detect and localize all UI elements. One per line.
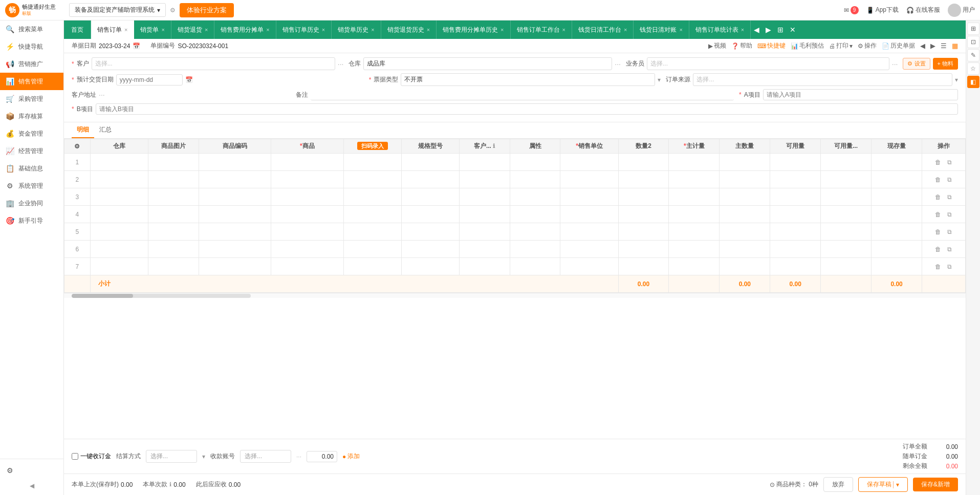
row6-sales-unit[interactable] <box>560 241 618 258</box>
grid-view-btn[interactable]: ▦ <box>952 42 958 50</box>
row1-sales-unit[interactable] <box>560 154 618 171</box>
row2-warehouse[interactable] <box>90 171 148 188</box>
row2-main-qty[interactable] <box>720 171 770 188</box>
system-title[interactable]: 装备及固定资产辅助管理系统 ▾ <box>69 3 166 17</box>
row5-scan[interactable] <box>343 223 401 241</box>
row3-product-img[interactable] <box>148 188 199 206</box>
row4-product[interactable] <box>271 206 343 223</box>
row4-delete-icon[interactable]: 🗑 <box>933 210 943 219</box>
tab-close-goods-history[interactable]: × <box>371 27 374 33</box>
tab-sales-report[interactable]: 销售订单统计表 × <box>689 20 751 39</box>
row6-spec[interactable] <box>401 241 459 258</box>
row2-product-code[interactable] <box>199 171 271 188</box>
row1-stock[interactable] <box>872 154 922 171</box>
row3-main-unit[interactable] <box>669 188 720 206</box>
row7-attributes[interactable] <box>510 258 560 275</box>
nav-next[interactable]: ▶ <box>930 42 935 50</box>
row3-copy-icon[interactable]: ⧉ <box>945 192 954 202</box>
row1-product[interactable] <box>271 154 343 171</box>
row3-spec[interactable] <box>401 188 459 206</box>
row5-sales-unit[interactable] <box>560 223 618 241</box>
sidebar-item-finance[interactable]: 💰 资金管理 <box>0 125 63 142</box>
order-source-input[interactable]: 选择... <box>693 73 952 86</box>
one-click-payment-checkbox[interactable] <box>72 453 78 460</box>
tab-daily-workbench[interactable]: 钱货日清工作台 × <box>572 20 634 39</box>
row1-warehouse[interactable] <box>90 154 148 171</box>
row5-available2[interactable] <box>821 223 872 241</box>
nav-prev[interactable]: ◀ <box>920 42 925 50</box>
sidebar-item-inventory[interactable]: 📦 库存核算 <box>0 107 63 125</box>
message-btn[interactable]: ✉ 9 ✉ <box>844 6 859 14</box>
row1-attributes[interactable] <box>510 154 560 171</box>
row1-main-unit[interactable] <box>669 154 720 171</box>
user-menu[interactable]: 用户 <box>948 4 975 17</box>
row7-stock[interactable] <box>872 258 922 275</box>
row3-product[interactable] <box>271 188 343 206</box>
row1-available2[interactable] <box>821 154 872 171</box>
row2-available2[interactable] <box>821 171 872 188</box>
row6-qty2[interactable] <box>618 241 669 258</box>
row1-actions[interactable]: 🗑 ⧉ <box>922 154 966 171</box>
row5-main-qty[interactable] <box>720 223 770 241</box>
row5-customer-code[interactable] <box>459 223 510 241</box>
tab-sales-goods[interactable]: 销货单 × <box>134 20 171 39</box>
agent-input[interactable]: 选择... <box>647 57 889 70</box>
tab-close-daily-workbench[interactable]: × <box>624 27 627 33</box>
date-pick-icon[interactable]: 📅 <box>185 76 193 83</box>
right-panel-icon-5[interactable]: ◧ <box>967 76 979 88</box>
row1-main-qty[interactable] <box>720 154 770 171</box>
tab-expense-history[interactable]: 销售费用分摊单历史 × <box>437 20 510 39</box>
tab-close-sales-return[interactable]: × <box>205 27 208 33</box>
row1-spec[interactable] <box>401 154 459 171</box>
help-btn[interactable]: ❓ 帮助 <box>731 41 752 50</box>
right-panel-icon-1[interactable]: ⊞ <box>967 23 979 35</box>
row5-product-img[interactable] <box>148 223 199 241</box>
sidebar-item-sales[interactable]: 📊 销售管理 <box>0 73 63 90</box>
row2-product-img[interactable] <box>148 171 199 188</box>
customer-more[interactable]: ··· <box>338 60 344 68</box>
app-download-btn[interactable]: 📱 App下载 <box>866 6 899 14</box>
sidebar-item-quick-nav[interactable]: ⚡ 快捷导航 <box>0 38 63 55</box>
row4-warehouse[interactable] <box>90 206 148 223</box>
row2-attributes[interactable] <box>510 171 560 188</box>
industry-btn[interactable]: 体验行业方案 <box>180 3 234 17</box>
row6-delete-icon[interactable]: 🗑 <box>933 245 943 254</box>
row5-available[interactable] <box>770 223 821 241</box>
row6-warehouse[interactable] <box>90 241 148 258</box>
row6-attributes[interactable] <box>510 241 560 258</box>
row3-available[interactable] <box>770 188 821 206</box>
discard-btn[interactable]: 放弃 <box>823 477 853 492</box>
sidebar-item-search[interactable]: 🔍 搜索菜单 <box>0 20 63 38</box>
row7-customer-code[interactable] <box>459 258 510 275</box>
row2-qty2[interactable] <box>618 171 669 188</box>
tab-close-sales-workbench[interactable]: × <box>562 27 565 33</box>
row3-stock[interactable] <box>872 188 922 206</box>
row3-qty2[interactable] <box>618 188 669 206</box>
right-panel-icon-4[interactable]: ☆ <box>967 62 979 75</box>
row5-spec[interactable] <box>401 223 459 241</box>
row7-main-qty[interactable] <box>720 258 770 275</box>
row7-available2[interactable] <box>821 258 872 275</box>
row4-scan[interactable] <box>343 206 401 223</box>
tab-sales-order-history[interactable]: 销售订单历史 × <box>276 20 332 39</box>
history-btn[interactable]: 📄 历史单据 <box>882 41 915 50</box>
sidebar-collapse-btn[interactable]: ◀ <box>0 479 63 492</box>
customer-addr-more[interactable]: ··· <box>99 91 105 99</box>
row4-product-img[interactable] <box>148 206 199 223</box>
row1-customer-code[interactable] <box>459 154 510 171</box>
row5-attributes[interactable] <box>510 223 560 241</box>
row2-main-unit[interactable] <box>669 171 720 188</box>
view-btn[interactable]: ▶ 视频 <box>708 41 726 50</box>
row6-actions[interactable]: 🗑 ⧉ <box>922 241 966 258</box>
operations-btn[interactable]: ⚙ 操作 <box>858 41 877 50</box>
row5-product[interactable] <box>271 223 343 241</box>
sidebar-item-purchase[interactable]: 🛒 采购管理 <box>0 90 63 107</box>
scrollbar-track[interactable] <box>72 294 251 298</box>
add-material-btn[interactable]: + 物料 <box>933 58 958 70</box>
sidebar-settings[interactable]: ⚙ <box>0 462 63 479</box>
row3-actions[interactable]: 🗑 ⧉ <box>922 188 966 206</box>
row3-warehouse[interactable] <box>90 188 148 206</box>
tab-close-sales-order-history[interactable]: × <box>322 27 325 33</box>
tab-prev-btn[interactable]: ◀ <box>751 26 763 34</box>
row6-main-qty[interactable] <box>720 241 770 258</box>
